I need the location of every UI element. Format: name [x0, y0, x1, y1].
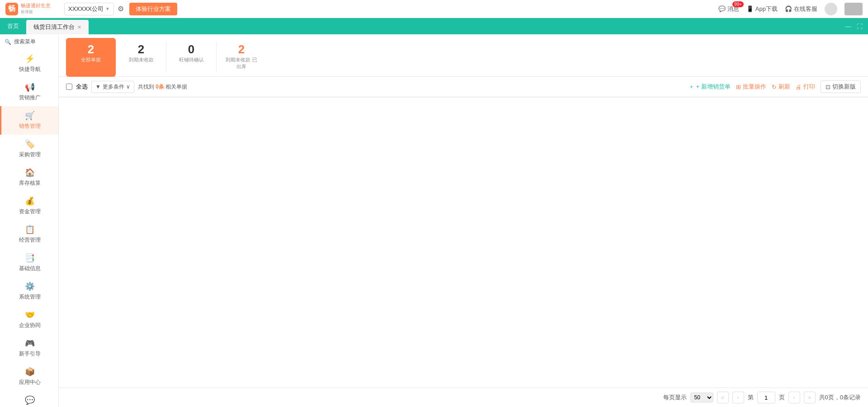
batch-operation-button[interactable]: ⊞ 批量操作: [736, 83, 766, 91]
sidebar-item-basic-info[interactable]: 📑 基础信息: [0, 248, 58, 277]
sidebar-item-label: 销售管理: [19, 122, 41, 130]
switch-icon: ⊡: [826, 84, 830, 90]
service-icon: 🎧: [785, 5, 792, 12]
message-button[interactable]: 💬 消息 99+: [718, 5, 739, 13]
online-service-button[interactable]: 🎧 在线客服: [785, 5, 817, 13]
sidebar-item-sales[interactable]: 🛒 销售管理: [0, 106, 58, 135]
sidebar-item-wechat[interactable]: 💬 企业微信: [0, 391, 58, 407]
app-center-icon: 📦: [25, 367, 35, 377]
avatar-extra[interactable]: [844, 3, 863, 15]
found-prefix: 共找到: [138, 84, 154, 90]
sidebar-item-label: 经营管理: [19, 236, 41, 244]
page-label: 第: [748, 393, 754, 402]
basic-info-icon: 📑: [25, 253, 35, 263]
select-all-label: 全选: [76, 83, 88, 91]
sidebar-search[interactable]: 🔍 搜索菜单: [0, 34, 58, 49]
sidebar-item-label: 库存核算: [19, 179, 41, 187]
sidebar-item-purchase[interactable]: 🏷️ 采购管理: [0, 135, 58, 163]
refresh-button[interactable]: ↻ 刷新: [772, 83, 790, 91]
next-page-button[interactable]: ›: [788, 392, 800, 403]
stat-tab-shipped-label: 到期未收款 已出库: [224, 56, 259, 70]
sidebar-item-guide[interactable]: 🎮 新手引导: [0, 334, 58, 362]
wechat-icon: 💬: [25, 395, 35, 405]
switch-label: 切换新版: [832, 83, 856, 91]
logo-icon: 畅: [5, 3, 18, 15]
toolbar: 全选 ▼ 更多条件 ∨ 共找到 0条 相关单据 ＋ + 新增销货单: [59, 77, 868, 97]
stat-tab-all-label: 全部单据: [73, 56, 108, 63]
found-suffix: 相关单据: [165, 84, 187, 90]
main-layout: 🔍 搜索菜单 ⚡ 快捷导航 📢 营销推广 🛒 销售管理 🏷️ 采购管理 🏠 库存…: [0, 34, 868, 407]
enterprise-icon: 🤝: [25, 310, 35, 320]
add-sale-order-button[interactable]: ＋ + 新增销货单: [689, 83, 731, 91]
company-selector[interactable]: XXXXXX公司 ▼: [64, 3, 114, 15]
filter-label: 更多条件: [103, 83, 124, 91]
avatar[interactable]: [825, 3, 837, 15]
settings-icon[interactable]: ⚙: [118, 5, 124, 13]
tab-home[interactable]: 首页: [0, 18, 26, 34]
prev-page-button[interactable]: ‹: [732, 392, 744, 403]
stat-tab-wangpu[interactable]: 0 旺铺待确认: [166, 38, 216, 76]
first-page-button[interactable]: «: [717, 392, 729, 403]
toolbar-right: ＋ + 新增销货单 ⊞ 批量操作 ↻ 刷新 🖨 打印 ⊡ 切换新版: [689, 80, 861, 93]
quick-nav-icon: ⚡: [25, 54, 35, 64]
stat-tab-overdue-num: 2: [123, 42, 159, 56]
tab-home-label: 首页: [7, 22, 19, 30]
batch-btn-label: 批量操作: [743, 83, 766, 91]
sidebar-item-label: 快捷导航: [19, 65, 41, 73]
filter-chevron-icon: ∨: [126, 84, 130, 90]
stat-tab-wangpu-label: 旺铺待确认: [174, 56, 209, 63]
tabbar: 首页 钱货日清工作台 ✕ — ⛶: [0, 18, 868, 34]
sidebar-item-label: 资金管理: [19, 208, 41, 215]
stat-tab-all[interactable]: 2 全部单据: [66, 38, 116, 77]
system-icon: ⚙️: [25, 281, 35, 291]
app-download-button[interactable]: 📱 App下载: [746, 5, 778, 13]
sidebar-item-label: 营销推广: [19, 94, 41, 102]
logo-badge: 标准版: [21, 9, 51, 15]
select-all-checkbox[interactable]: [66, 84, 72, 90]
guide-icon: 🎮: [25, 338, 35, 348]
filter-icon: ▼: [95, 84, 101, 90]
sidebar-item-label: 采购管理: [19, 151, 41, 159]
sidebar-item-enterprise[interactable]: 🤝 企业协同: [0, 305, 58, 334]
print-label: 打印: [803, 83, 815, 91]
sidebar-item-app-center[interactable]: 📦 应用中心: [0, 362, 58, 391]
last-page-button[interactable]: »: [804, 392, 816, 403]
stats-container: 2 全部单据 2 到期未收款 0 旺铺待确认 2 到期未收款 已出库: [59, 34, 868, 77]
operation-icon: 📋: [25, 225, 35, 234]
found-text: 共找到 0条 相关单据: [138, 83, 187, 91]
switch-version-button[interactable]: ⊡ 切换新版: [821, 80, 861, 93]
stats-tabs: 2 全部单据 2 到期未收款 0 旺铺待确认 2 到期未收款 已出库: [59, 34, 868, 76]
online-service-label: 在线客服: [794, 5, 817, 13]
stat-tab-overdue[interactable]: 2 到期未收款: [116, 38, 166, 76]
sidebar-search-label: 搜索菜单: [14, 38, 36, 46]
filter-button[interactable]: ▼ 更多条件 ∨: [91, 81, 134, 93]
header-right: 💬 消息 99+ 📱 App下载 🎧 在线客服: [718, 3, 863, 15]
tab-workspace[interactable]: 钱货日清工作台 ✕: [26, 20, 89, 34]
sidebar-item-marketing[interactable]: 📢 营销推广: [0, 78, 58, 106]
add-btn-label: + 新增销货单: [696, 83, 731, 91]
sidebar-item-quick-nav[interactable]: ⚡ 快捷导航: [0, 49, 58, 78]
stat-tab-shipped[interactable]: 2 到期未收款 已出库: [217, 38, 266, 76]
sidebar-item-system[interactable]: ⚙️ 系统管理: [0, 277, 58, 305]
sidebar-item-label: 应用中心: [19, 379, 41, 386]
sidebar-item-operation[interactable]: 📋 经营管理: [0, 220, 58, 248]
page-total: 共0页，0条记录: [819, 393, 861, 402]
sidebar-item-finance[interactable]: 💰 资金管理: [0, 192, 58, 220]
stat-tab-overdue-label: 到期未收款: [123, 56, 159, 63]
logo-text-group: 畅捷通好生意 标准版: [21, 3, 51, 14]
print-icon: 🖨: [796, 84, 802, 90]
logo-text: 畅捷通好生意: [21, 3, 51, 9]
tab-minimize-icon[interactable]: —: [845, 23, 851, 30]
tab-maximize-icon[interactable]: ⛶: [857, 23, 863, 30]
inventory-icon: 🏠: [25, 168, 35, 178]
sidebar-item-inventory[interactable]: 🏠 库存核算: [0, 163, 58, 192]
app-download-label: App下载: [755, 5, 778, 13]
per-page-select[interactable]: 10 20 50 100: [690, 393, 713, 402]
per-page-label: 每页显示: [663, 393, 687, 402]
print-button[interactable]: 🖨 打印: [796, 83, 815, 91]
tab-close-icon[interactable]: ✕: [77, 24, 81, 30]
content: 2 全部单据 2 到期未收款 0 旺铺待确认 2 到期未收款 已出库: [59, 34, 868, 407]
trial-button[interactable]: 体验行业方案: [129, 3, 177, 15]
page-number-input[interactable]: [757, 392, 775, 403]
sidebar-item-label: 新手引导: [19, 350, 41, 358]
